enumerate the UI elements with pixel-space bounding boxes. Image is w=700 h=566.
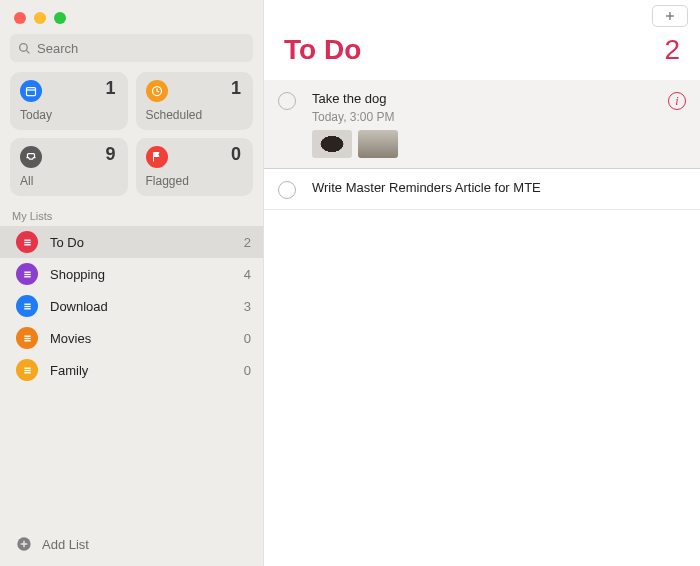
task-attachments bbox=[312, 130, 668, 158]
smart-all-label: All bbox=[20, 174, 33, 188]
task-title: Take the dog bbox=[312, 90, 668, 108]
info-icon[interactable]: i bbox=[668, 92, 686, 110]
task-row[interactable]: Take the dogToday, 3:00 PMi bbox=[264, 80, 700, 169]
smart-scheduled[interactable]: 1 Scheduled bbox=[136, 72, 254, 130]
smart-scheduled-count: 1 bbox=[231, 78, 241, 99]
task-checkbox[interactable] bbox=[278, 181, 296, 199]
close-window-button[interactable] bbox=[14, 12, 26, 24]
list-count-badge: 0 bbox=[244, 363, 251, 378]
main-content: To Do 2 Take the dogToday, 3:00 PMiWrite… bbox=[264, 0, 700, 566]
task-title: Write Master Reminders Article for MTE bbox=[312, 179, 686, 197]
smart-today-count: 1 bbox=[105, 78, 115, 99]
toolbar bbox=[264, 0, 700, 32]
flag-icon bbox=[146, 146, 168, 168]
list-row[interactable]: Movies0 bbox=[0, 322, 263, 354]
search-field[interactable] bbox=[10, 34, 253, 62]
smart-today-label: Today bbox=[20, 108, 52, 122]
smart-flagged-count: 0 bbox=[231, 144, 241, 165]
list-name: Shopping bbox=[50, 267, 105, 282]
list-count-badge: 0 bbox=[244, 331, 251, 346]
list-header: To Do 2 bbox=[264, 32, 700, 80]
window-controls bbox=[0, 0, 263, 30]
list-bullet-icon bbox=[16, 295, 38, 317]
task-list: Take the dogToday, 3:00 PMiWrite Master … bbox=[264, 80, 700, 566]
minimize-window-button[interactable] bbox=[34, 12, 46, 24]
list-count: 2 bbox=[664, 34, 680, 66]
list-row[interactable]: To Do2 bbox=[0, 226, 263, 258]
sidebar: 1 Today 1 Scheduled 9 All 0 Flagged My L… bbox=[0, 0, 264, 566]
task-subtitle: Today, 3:00 PM bbox=[312, 110, 668, 124]
my-lists-header: My Lists bbox=[0, 206, 263, 226]
list-count-badge: 4 bbox=[244, 267, 251, 282]
add-reminder-button[interactable] bbox=[652, 5, 688, 27]
calendar-today-icon bbox=[20, 80, 42, 102]
add-list-label: Add List bbox=[42, 537, 89, 552]
smart-scheduled-label: Scheduled bbox=[146, 108, 203, 122]
list-bullet-icon bbox=[16, 231, 38, 253]
list-bullet-icon bbox=[16, 263, 38, 285]
list-title: To Do bbox=[284, 34, 361, 66]
add-list-button[interactable]: Add List bbox=[0, 522, 263, 566]
smart-flagged-label: Flagged bbox=[146, 174, 189, 188]
list-name: Movies bbox=[50, 331, 91, 346]
user-lists: To Do2Shopping4Download3Movies0Family0 bbox=[0, 226, 263, 522]
list-name: Download bbox=[50, 299, 108, 314]
task-checkbox[interactable] bbox=[278, 92, 296, 110]
task-body: Write Master Reminders Article for MTE bbox=[312, 179, 686, 199]
list-bullet-icon bbox=[16, 327, 38, 349]
search-container bbox=[0, 30, 263, 72]
list-count-badge: 3 bbox=[244, 299, 251, 314]
smart-all[interactable]: 9 All bbox=[10, 138, 128, 196]
clock-icon bbox=[146, 80, 168, 102]
list-name: Family bbox=[50, 363, 88, 378]
list-row[interactable]: Shopping4 bbox=[0, 258, 263, 290]
svg-point-0 bbox=[20, 43, 28, 51]
plus-circle-icon bbox=[16, 536, 32, 552]
smart-today[interactable]: 1 Today bbox=[10, 72, 128, 130]
smart-all-count: 9 bbox=[105, 144, 115, 165]
attachment-thumbnail[interactable] bbox=[358, 130, 398, 158]
smart-lists: 1 Today 1 Scheduled 9 All 0 Flagged bbox=[0, 72, 263, 206]
list-row[interactable]: Download3 bbox=[0, 290, 263, 322]
task-row[interactable]: Write Master Reminders Article for MTE bbox=[264, 169, 700, 210]
list-row[interactable]: Family0 bbox=[0, 354, 263, 386]
search-input[interactable] bbox=[37, 41, 245, 56]
svg-rect-2 bbox=[27, 88, 36, 96]
zoom-window-button[interactable] bbox=[54, 12, 66, 24]
smart-flagged[interactable]: 0 Flagged bbox=[136, 138, 254, 196]
list-bullet-icon bbox=[16, 359, 38, 381]
tray-icon bbox=[20, 146, 42, 168]
svg-line-1 bbox=[26, 50, 29, 53]
attachment-thumbnail[interactable] bbox=[312, 130, 352, 158]
list-count-badge: 2 bbox=[244, 235, 251, 250]
task-body: Take the dogToday, 3:00 PM bbox=[312, 90, 668, 158]
list-name: To Do bbox=[50, 235, 84, 250]
search-icon bbox=[18, 42, 31, 55]
plus-icon bbox=[664, 10, 676, 22]
